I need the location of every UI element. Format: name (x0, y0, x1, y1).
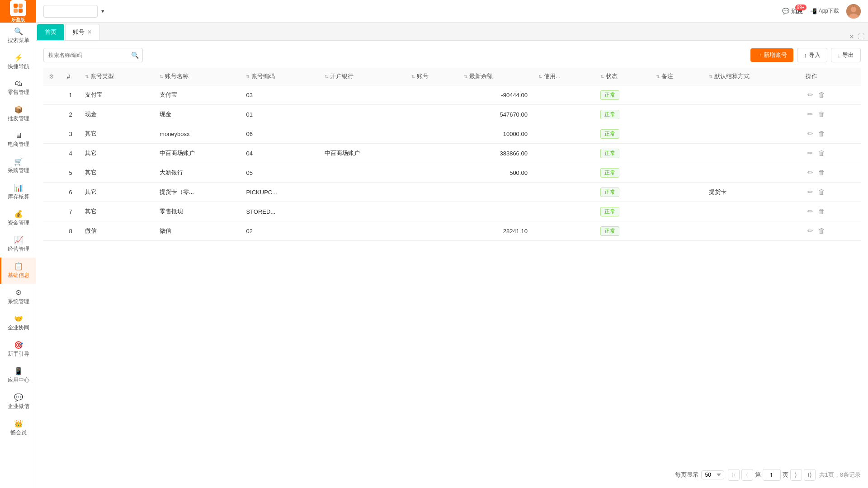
sidebar-item-label: 资金管理 (8, 219, 29, 227)
sidebar-item-label: 应用中心 (8, 376, 29, 384)
sidebar-item-finance[interactable]: 💰 资金管理 (0, 205, 36, 231)
th-remark[interactable]: ⇅ 备注 (651, 68, 703, 85)
sidebar-item-newbie[interactable]: 🎯 新手引导 (0, 336, 36, 362)
user-avatar[interactable] (846, 4, 861, 19)
row-usage (533, 105, 595, 124)
row-settings (43, 144, 61, 163)
edit-button[interactable]: ✏ (806, 206, 815, 216)
th-status-label: 状态 (606, 72, 618, 80)
sort-icon-usage: ⇅ (538, 74, 542, 79)
sort-icon-bank: ⇅ (325, 74, 328, 79)
export-button[interactable]: ↓ 导出 (831, 48, 861, 62)
row-balance: -90444.00 (458, 85, 533, 105)
sidebar-item-enterprise-wechat[interactable]: 💬 企业微信 (0, 389, 36, 415)
content-search-input[interactable] (44, 52, 127, 58)
th-balance[interactable]: ⇅ 最新余额 (458, 68, 533, 85)
accounts-table: ⚙ # ⇅ 账号类型 ⇅ 账号名称 (43, 68, 861, 241)
delete-button[interactable]: 🗑 (816, 168, 827, 177)
import-button[interactable]: ↑ 导入 (797, 48, 827, 62)
delete-button[interactable]: 🗑 (816, 206, 827, 216)
row-default-settle (703, 124, 800, 144)
delete-button[interactable]: 🗑 (816, 148, 827, 158)
th-status[interactable]: ⇅ 状态 (595, 68, 651, 85)
row-name: 微信 (154, 221, 241, 241)
delete-button[interactable]: 🗑 (816, 129, 827, 138)
topbar-search-input[interactable] (43, 5, 98, 18)
tab-expand-icon[interactable]: ⛶ (858, 33, 864, 40)
th-name[interactable]: ⇅ 账号名称 (154, 68, 241, 85)
sidebar-item-quick-nav[interactable]: ⚡ 快捷导航 (0, 49, 36, 75)
row-name: 中百商场账户 (154, 144, 241, 163)
row-bank (319, 163, 406, 183)
th-usage[interactable]: ⇅ 使用... (533, 68, 595, 85)
edit-button[interactable]: ✏ (806, 168, 815, 178)
edit-button[interactable]: ✏ (806, 226, 815, 236)
row-account (406, 85, 458, 105)
tab-close-all-icon[interactable]: ✕ (849, 33, 854, 40)
th-settings[interactable]: ⚙ (43, 68, 61, 85)
edit-button[interactable]: ✏ (806, 148, 815, 158)
svg-point-5 (851, 7, 856, 12)
th-type[interactable]: ⇅ 账号类型 (80, 68, 154, 85)
page-number-input[interactable] (763, 469, 781, 481)
tab-account[interactable]: 账号 ✕ (65, 24, 99, 40)
sidebar-item-purchase[interactable]: 🛒 采购管理 (0, 153, 36, 179)
sidebar-item-inventory[interactable]: 📊 库存核算 (0, 179, 36, 205)
new-account-button[interactable]: + 新增账号 (750, 48, 793, 62)
row-balance: 28241.10 (458, 221, 533, 241)
th-code[interactable]: ⇅ 账号编码 (241, 68, 319, 85)
page-size-label: 每页显示 (675, 471, 698, 479)
sidebar-item-retail[interactable]: 🛍 零售管理 (0, 75, 36, 101)
sidebar-item-app-center[interactable]: 📱 应用中心 (0, 362, 36, 389)
sidebar-item-ecommerce[interactable]: 🖥 电商管理 (0, 127, 36, 153)
topbar-dropdown[interactable]: ▾ (101, 8, 104, 14)
sidebar-item-ops[interactable]: 📈 经营管理 (0, 231, 36, 258)
edit-button[interactable]: ✏ (806, 90, 815, 100)
last-page-button[interactable]: ⟩⟩ (804, 469, 816, 481)
row-balance: 383866.00 (458, 144, 533, 163)
delete-button[interactable]: 🗑 (816, 187, 827, 197)
row-default-settle (703, 221, 800, 241)
row-balance (458, 202, 533, 221)
app-download-button[interactable]: 📲 App下载 (810, 7, 839, 15)
edit-button[interactable]: ✏ (806, 187, 815, 197)
row-index: 7 (61, 202, 80, 221)
logo-icon (10, 0, 26, 16)
sidebar-item-label: 电商管理 (8, 141, 29, 148)
th-default-settle[interactable]: ⇅ 默认结算方式 (703, 68, 800, 85)
delete-button[interactable]: 🗑 (816, 109, 827, 119)
row-status: 正常 (595, 105, 651, 124)
sidebar-item-enterprise[interactable]: 🤝 企业协同 (0, 310, 36, 336)
th-account[interactable]: ⇅ 账号 (406, 68, 458, 85)
delete-button[interactable]: 🗑 (816, 90, 827, 99)
edit-button[interactable]: ✏ (806, 109, 815, 119)
tab-close-icon[interactable]: ✕ (87, 29, 92, 35)
row-bank (319, 105, 406, 124)
tab-home[interactable]: 首页 (37, 24, 64, 40)
sidebar-item-label: 批发管理 (8, 115, 29, 122)
sidebar-item-label: 畅会员 (10, 429, 27, 436)
first-page-button[interactable]: ⟨⟨ (728, 469, 740, 481)
prev-page-button[interactable]: ⟨ (741, 469, 753, 481)
row-actions: ✏ 🗑 (800, 183, 861, 202)
sidebar-item-search-menu[interactable]: 🔍 搜索菜单 (0, 23, 36, 49)
th-default-settle-label: 默认结算方式 (714, 72, 750, 80)
topbar: ▾ 💬 消息 99+ 📲 App下载 (36, 0, 868, 23)
sidebar-item-basic-info[interactable]: 📋 基础信息 (0, 258, 36, 284)
message-button[interactable]: 💬 消息 99+ (782, 7, 803, 15)
page-size-select[interactable]: 10 20 50 100 (701, 470, 724, 479)
basic-info-icon: 📋 (14, 262, 23, 271)
th-bank[interactable]: ⇅ 开户银行 (319, 68, 406, 85)
row-bank (319, 85, 406, 105)
export-label: 导出 (842, 51, 854, 59)
edit-button[interactable]: ✏ (806, 129, 815, 139)
content-search-button[interactable]: 🔍 (127, 52, 142, 59)
sidebar-item-wholesale[interactable]: 📦 批发管理 (0, 101, 36, 127)
row-status: 正常 (595, 202, 651, 221)
row-default-settle (703, 163, 800, 183)
table-row: 4 其它 中百商场账户 04 中百商场账户 383866.00 正常 ✏ 🗑 (43, 144, 861, 163)
sidebar-item-vip[interactable]: 👑 畅会员 (0, 415, 36, 441)
sidebar-item-system[interactable]: ⚙ 系统管理 (0, 284, 36, 310)
next-page-button[interactable]: ⟩ (790, 469, 802, 481)
delete-button[interactable]: 🗑 (816, 226, 827, 235)
